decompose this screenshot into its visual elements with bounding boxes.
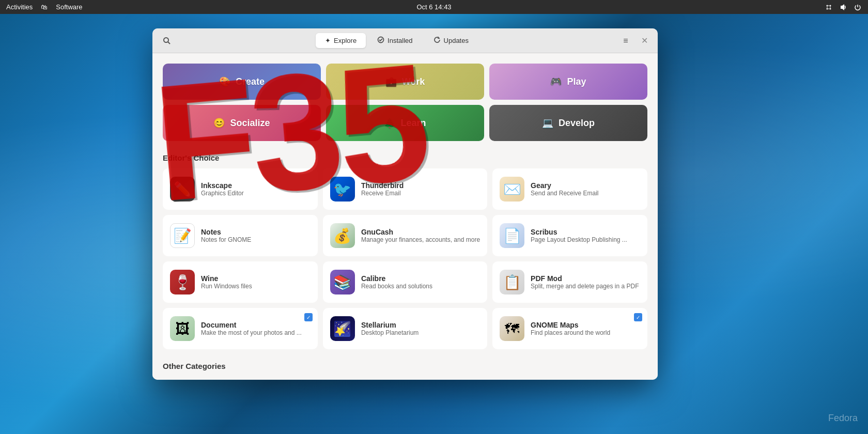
- header-actions: ≡ ✕: [618, 34, 652, 48]
- svg-rect-4: [827, 7, 828, 7]
- app-card-pdfmod[interactable]: 📋 PDF Mod Split, merge and delete pages …: [492, 261, 647, 303]
- topbar-right: [825, 3, 862, 11]
- app-icon-gnucash: 💰: [330, 223, 355, 248]
- tab-explore[interactable]: ✦ Explore: [316, 33, 366, 48]
- work-icon: 💼: [385, 76, 397, 87]
- app-info-gnomemaps: GNOME Maps Find places around the world: [531, 321, 640, 336]
- svg-point-3: [830, 8, 831, 9]
- network-icon: [825, 3, 833, 11]
- fedora-watermark: Fedora: [828, 413, 858, 424]
- header-tabs: ✦ Explore Installed: [179, 33, 614, 48]
- svg-point-2: [827, 8, 828, 9]
- app-info-calibre: Calibre Read books and solutions: [361, 274, 480, 290]
- app-card-notes[interactable]: 📝 Notes Notes for GNOME: [163, 215, 318, 256]
- app-info-thunderbird: Thunderbird Receive Email: [361, 181, 480, 197]
- content-area: 🎨 Create 💼 Work 🎮 Play 😊 Socialize 🌲 Lea…: [152, 53, 658, 380]
- editors-choice-heading: Editor's Choice: [163, 153, 647, 162]
- app-name-stellarium: Stellarium: [361, 321, 480, 329]
- app-icon-document: 🖼: [170, 316, 195, 341]
- app-info-geary: Geary Send and Receive Email: [531, 181, 640, 197]
- app-card-geary[interactable]: ✉️ Geary Send and Receive Email: [492, 168, 647, 210]
- close-button[interactable]: ✕: [637, 34, 652, 48]
- app-name-inkscape: Inkscape: [201, 181, 311, 190]
- menu-button[interactable]: ≡: [618, 34, 633, 48]
- category-learn[interactable]: 🌲 Learn: [326, 105, 484, 141]
- app-name-document: Document: [201, 321, 311, 329]
- app-name-scribus: Scribus: [531, 228, 640, 236]
- power-icon[interactable]: [854, 3, 862, 11]
- app-card-gnucash[interactable]: 💰 GnuCash Manage your finances, accounts…: [323, 215, 487, 256]
- topbar-left: Activities 🛍 Software: [6, 3, 83, 11]
- installed-badge-document: ✓: [304, 313, 313, 321]
- app-name-notes: Notes: [201, 228, 311, 236]
- category-play[interactable]: 🎮 Play: [489, 64, 647, 100]
- app-card-stellarium[interactable]: 🌠 Stellarium Desktop Planetarium: [323, 308, 487, 349]
- tab-installed[interactable]: Installed: [368, 33, 422, 48]
- svg-rect-7: [829, 8, 829, 9]
- category-grid: 🎨 Create 💼 Work 🎮 Play 😊 Socialize 🌲 Lea…: [163, 64, 647, 141]
- app-desc-thunderbird: Receive Email: [361, 190, 480, 197]
- app-name-gnomemaps: GNOME Maps: [531, 321, 640, 329]
- software-center-window: ✦ Explore Installed: [152, 28, 658, 380]
- app-name-calibre: Calibre: [361, 274, 480, 283]
- topbar-app-icon: 🛍: [41, 3, 48, 11]
- topbar-app-name: Software: [56, 3, 82, 11]
- app-card-inkscape[interactable]: ✏️ Inkscape Graphics Editor: [163, 168, 318, 210]
- app-card-scribus[interactable]: 📄 Scribus Page Layout Desktop Publishing…: [492, 215, 647, 256]
- app-desc-gnucash: Manage your finances, accounts, and more: [361, 236, 480, 243]
- search-button[interactable]: [159, 33, 175, 49]
- activities-button[interactable]: Activities: [6, 3, 33, 11]
- app-desc-notes: Notes for GNOME: [201, 236, 311, 243]
- svg-point-1: [830, 5, 831, 6]
- app-name-wine: Wine: [201, 274, 311, 283]
- app-info-gnucash: GnuCash Manage your finances, accounts, …: [361, 228, 480, 243]
- play-icon: 🎮: [550, 76, 562, 87]
- app-info-stellarium: Stellarium Desktop Planetarium: [361, 321, 480, 336]
- tab-updates[interactable]: Updates: [424, 33, 478, 48]
- app-name-gnucash: GnuCash: [361, 228, 480, 236]
- socialize-icon: 😊: [213, 117, 225, 129]
- volume-icon: [839, 3, 847, 11]
- app-card-gnomemaps[interactable]: 🗺 GNOME Maps Find places around the worl…: [492, 308, 647, 349]
- app-card-calibre[interactable]: 📚 Calibre Read books and solutions: [323, 261, 487, 303]
- installed-badge-gnomemaps: ✓: [634, 313, 642, 321]
- app-info-scribus: Scribus Page Layout Desktop Publishing .…: [531, 228, 640, 243]
- app-desc-pdfmod: Split, merge and delete pages in a PDF: [531, 283, 640, 290]
- create-icon: 🎨: [219, 76, 230, 87]
- installed-icon: [377, 36, 384, 45]
- explore-icon: ✦: [325, 37, 331, 44]
- topbar-datetime: Oct 6 14:43: [416, 3, 451, 11]
- app-desc-document: Make the most of your photos and ...: [201, 329, 311, 336]
- app-grid: ✏️ Inkscape Graphics Editor 🐦 Thunderbir…: [163, 168, 647, 349]
- app-name-geary: Geary: [531, 181, 640, 190]
- app-desc-inkscape: Graphics Editor: [201, 190, 311, 197]
- app-desc-calibre: Read books and solutions: [361, 283, 480, 290]
- app-icon-pdfmod: 📋: [500, 270, 524, 295]
- category-socialize[interactable]: 😊 Socialize: [163, 105, 321, 141]
- app-name-thunderbird: Thunderbird: [361, 181, 480, 190]
- app-info-inkscape: Inkscape Graphics Editor: [201, 181, 311, 197]
- app-icon-calibre: 📚: [330, 270, 355, 295]
- category-work[interactable]: 💼 Work: [326, 64, 484, 100]
- app-icon-geary: ✉️: [500, 177, 524, 202]
- app-desc-wine: Run Windows files: [201, 283, 311, 290]
- app-card-thunderbird[interactable]: 🐦 Thunderbird Receive Email: [323, 168, 487, 210]
- app-icon-stellarium: 🌠: [330, 316, 355, 341]
- app-icon-scribus: 📄: [500, 223, 524, 248]
- category-develop[interactable]: 💻 Develop: [489, 105, 647, 141]
- app-icon-gnomemaps: 🗺: [500, 316, 524, 341]
- app-desc-scribus: Page Layout Desktop Publishing ...: [531, 236, 640, 243]
- app-icon-inkscape: ✏️: [170, 177, 195, 202]
- other-categories-heading: Other Categories: [163, 362, 647, 370]
- app-icon-notes: 📝: [170, 223, 195, 248]
- updates-icon: [433, 36, 441, 45]
- svg-rect-6: [829, 5, 829, 6]
- app-info-pdfmod: PDF Mod Split, merge and delete pages in…: [531, 274, 640, 290]
- app-info-notes: Notes Notes for GNOME: [201, 228, 311, 243]
- app-card-wine[interactable]: 🍷 Wine Run Windows files: [163, 261, 318, 303]
- app-desc-gnomemaps: Find places around the world: [531, 329, 640, 336]
- develop-icon: 💻: [542, 117, 553, 129]
- learn-icon: 🌲: [384, 117, 395, 129]
- category-create[interactable]: 🎨 Create: [163, 64, 321, 100]
- app-card-document[interactable]: 🖼 Document Make the most of your photos …: [163, 308, 318, 349]
